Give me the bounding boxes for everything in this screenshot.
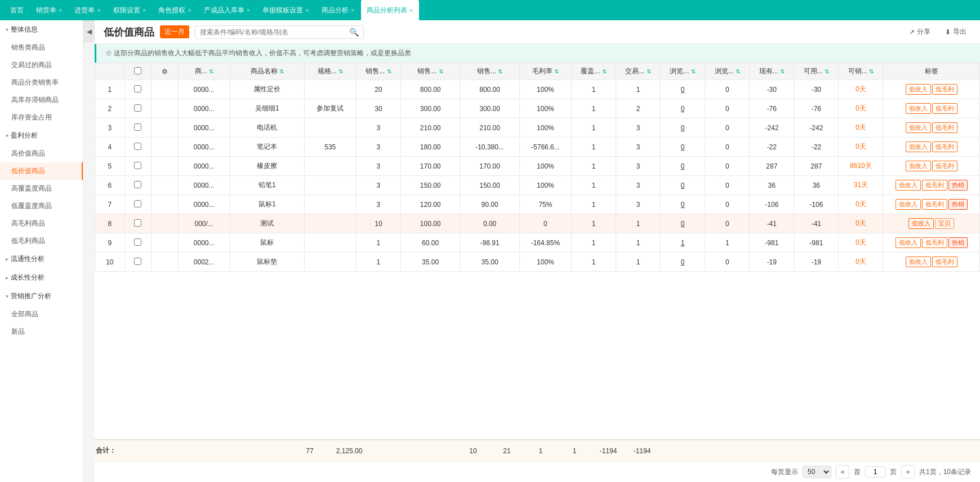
cell-browse1[interactable]: 1 (661, 233, 705, 253)
cell-browse1[interactable]: 0 (661, 138, 705, 157)
sidebar-item-high-coverage[interactable]: 高覆盖度商品 (0, 180, 83, 197)
sort-icon-s2[interactable]: ⇅ (439, 68, 443, 74)
nav-template-settings[interactable]: 单据模板设置 × (257, 0, 314, 20)
share-button[interactable]: ↗ 分享 (905, 25, 935, 39)
sidebar-item-high-margin[interactable]: 高毛利商品 (0, 215, 83, 232)
nav-permissions[interactable]: 权限设置 × (108, 0, 152, 20)
cell-check[interactable] (124, 214, 151, 233)
browse-link[interactable]: 0 (681, 258, 685, 266)
th-margin[interactable]: 毛利率 ⇅ (519, 63, 571, 80)
per-page-select[interactable]: 50 100 200 (803, 466, 831, 478)
sort-icon-spec[interactable]: ⇅ (338, 68, 343, 74)
browse-link[interactable]: 0 (681, 105, 685, 113)
sidebar-group-marketing[interactable]: ▾ 营销推广分析 (0, 287, 83, 306)
nav-product-analysis[interactable]: 商品分析 × (316, 0, 360, 20)
sort-icon-name[interactable]: ⇅ (279, 68, 284, 74)
row-checkbox[interactable] (134, 181, 141, 188)
cell-browse1[interactable]: 0 (661, 253, 705, 272)
search-input[interactable] (200, 28, 346, 36)
sort-icon[interactable]: ⇅ (209, 68, 213, 74)
nav-product-warehouse-close[interactable]: × (247, 7, 250, 14)
nav-product-analysis-list-close[interactable]: × (409, 7, 413, 14)
sort-icon-s3[interactable]: ⇅ (498, 68, 502, 74)
sort-icon-s1[interactable]: ⇅ (387, 68, 391, 74)
th-sell[interactable]: 可销... ⇅ (839, 63, 883, 80)
cell-browse1[interactable]: 0 (661, 214, 705, 233)
export-button[interactable]: ⬇ 导出 (941, 25, 971, 39)
cell-browse1[interactable]: 0 (661, 118, 705, 138)
th-sale3[interactable]: 销售... ⇅ (460, 63, 519, 80)
sidebar-item-sales-products[interactable]: 销售类商品 (0, 39, 83, 56)
time-filter-button[interactable]: 近一月 (160, 25, 189, 38)
nav-template-close[interactable]: × (305, 7, 309, 14)
cell-check[interactable] (124, 195, 151, 214)
cell-browse1[interactable]: 0 (661, 195, 705, 214)
row-checkbox[interactable] (134, 258, 141, 265)
th-name[interactable]: 商品名称 ⇅ (230, 63, 304, 80)
th-spec[interactable]: 规格... ⇅ (304, 63, 356, 80)
th-sale1[interactable]: 销售... ⇅ (356, 63, 400, 80)
nav-product-analysis-close[interactable]: × (351, 7, 354, 14)
sidebar-item-low-margin[interactable]: 低毛利商品 (0, 232, 83, 250)
nav-permissions-close[interactable]: × (142, 7, 146, 14)
cell-check[interactable] (124, 118, 151, 138)
sidebar-item-high-value[interactable]: 高价值商品 (0, 145, 83, 162)
browse-link[interactable]: 0 (681, 86, 685, 94)
cell-browse1[interactable]: 0 (661, 99, 705, 118)
sidebar-group-profit[interactable]: ▾ 盈利分析 (0, 126, 83, 145)
browse-link[interactable]: 0 (681, 124, 685, 132)
nav-product-analysis-list[interactable]: 商品分析列表 × (361, 0, 418, 20)
browse-link[interactable]: 0 (681, 162, 685, 170)
cell-browse1[interactable]: 0 (661, 176, 705, 195)
row-checkbox[interactable] (134, 162, 141, 169)
sidebar-item-slow-moving[interactable]: 高库存滞销商品 (0, 91, 83, 109)
row-checkbox[interactable] (134, 238, 141, 246)
th-browse2[interactable]: 浏览... ⇅ (705, 63, 750, 80)
sidebar-item-traded-products[interactable]: 交易过的商品 (0, 56, 83, 74)
row-checkbox[interactable] (134, 123, 141, 131)
browse-link[interactable]: 0 (681, 220, 685, 228)
sidebar-item-new-products[interactable]: 新品 (0, 323, 83, 341)
nav-sales-order[interactable]: 销货单 × (30, 0, 68, 20)
sort-icon-b2[interactable]: ⇅ (736, 68, 740, 74)
search-icon[interactable]: 🔍 (349, 28, 359, 37)
th-code[interactable]: 商... ⇅ (178, 63, 230, 80)
sort-icon-b1[interactable]: ⇅ (691, 68, 696, 74)
sidebar-item-low-value[interactable]: 低价值商品 (0, 162, 83, 180)
cell-browse1[interactable]: 0 (661, 80, 705, 99)
sort-icon-trade[interactable]: ⇅ (647, 68, 651, 74)
sort-icon-cover[interactable]: ⇅ (602, 68, 607, 74)
nav-product-warehouse[interactable]: 产成品入库单 × (198, 0, 256, 20)
cell-check[interactable] (124, 138, 151, 157)
select-all-checkbox[interactable] (134, 67, 141, 74)
sidebar-collapse-button[interactable]: ◀ (83, 20, 95, 43)
th-stock[interactable]: 现有... ⇅ (750, 63, 794, 80)
nav-home[interactable]: 首页 (5, 0, 29, 20)
sort-icon-avail[interactable]: ⇅ (825, 68, 829, 74)
browse-link[interactable]: 1 (681, 239, 685, 247)
sidebar-group-liquidity[interactable]: ▸ 流通性分析 (0, 250, 83, 268)
cell-check[interactable] (124, 157, 151, 176)
nav-purchase-order-close[interactable]: × (97, 7, 100, 14)
cell-check[interactable] (124, 80, 151, 99)
sidebar-item-category-sales-rate[interactable]: 商品分类销售率 (0, 74, 83, 91)
sort-icon-stock[interactable]: ⇅ (780, 68, 785, 74)
th-browse1[interactable]: 浏览... ⇅ (661, 63, 705, 80)
browse-link[interactable]: 0 (681, 182, 685, 189)
sidebar-group-growth[interactable]: ▸ 成长性分析 (0, 268, 83, 287)
sidebar-item-all-products[interactable]: 全部商品 (0, 306, 83, 323)
page-number-input[interactable] (865, 466, 885, 477)
row-checkbox[interactable] (134, 104, 141, 112)
sidebar-group-overall[interactable]: ▾ 整体信息 (0, 20, 83, 39)
browse-link[interactable]: 0 (681, 201, 685, 209)
cell-browse1[interactable]: 0 (661, 157, 705, 176)
nav-role-auth-close[interactable]: × (188, 7, 191, 14)
row-checkbox[interactable] (134, 219, 141, 227)
th-avail[interactable]: 可用... ⇅ (794, 63, 839, 80)
sidebar-item-stock-capital[interactable]: 库存资金占用 (0, 109, 83, 126)
last-page-button[interactable]: » (901, 465, 915, 479)
sort-icon-margin[interactable]: ⇅ (554, 68, 559, 74)
th-gear[interactable]: ⚙ (152, 63, 178, 80)
cell-check[interactable] (124, 99, 151, 118)
th-trade[interactable]: 交易... ⇅ (616, 63, 661, 80)
